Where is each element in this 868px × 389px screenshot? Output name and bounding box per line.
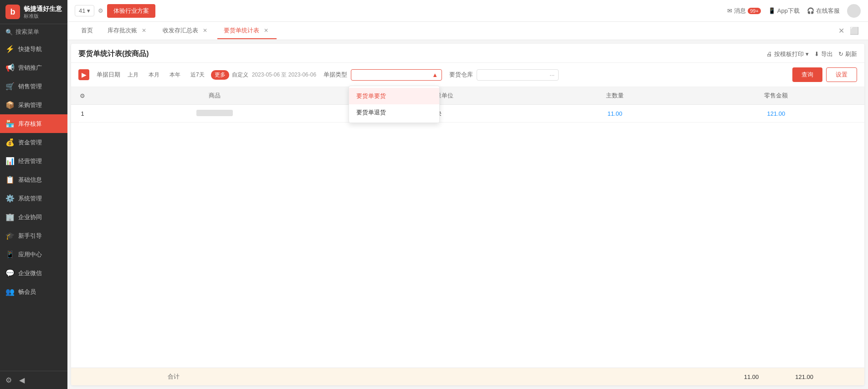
settings-icon[interactable]: ⚙ (98, 7, 103, 14)
sidebar-item-app-center[interactable]: 📱 应用中心 (0, 245, 67, 264)
sidebar-item-label: 企业微信 (18, 269, 42, 277)
curr-year-option[interactable]: 本年 (166, 70, 184, 80)
sidebar-item-operations[interactable]: 📊 经营管理 (0, 152, 67, 170)
message-icon: ✉ (727, 7, 732, 14)
sidebar-item-finance[interactable]: 💰 资金管理 (0, 133, 67, 152)
sidebar-item-label: 营销推广 (18, 64, 42, 72)
user-avatar[interactable] (847, 4, 861, 18)
table-area: ⚙ 商品 主计量单位 主数量 零售金额 1 块 (71, 87, 864, 368)
sidebar-item-label: 企业协同 (18, 213, 42, 221)
type-dropdown-menu: 要货单要货 要货单退货 (349, 86, 440, 123)
refresh-icon: ↻ (838, 51, 843, 57)
expand-tabs-icon[interactable]: ⬜ (848, 25, 861, 37)
row-product (94, 105, 335, 123)
filter-bar: ▶ 单据日期 上月 本月 本年 近7天 更多 自定义 2023-05-06 至 … (71, 63, 864, 87)
sidebar-item-purchase[interactable]: 📦 采购管理 (0, 96, 67, 114)
sidebar-item-label: 畅会员 (18, 288, 36, 296)
search-icon: 🔍 (5, 29, 13, 36)
sidebar: b 畅捷通好生意 标准版 🔍 搜索菜单 ⚡ 快捷导航 📢 营销推广 🛒 销售管理… (0, 0, 67, 389)
row-amount[interactable]: 121.00 (688, 105, 864, 123)
col-settings[interactable]: ⚙ (71, 87, 94, 105)
sidebar-item-basic[interactable]: 📋 基础信息 (0, 170, 67, 189)
tab-close-batch[interactable]: ✕ (140, 26, 148, 35)
sidebar-item-label: 应用中心 (18, 251, 42, 259)
app-download-button[interactable]: 📱 App下载 (768, 7, 800, 15)
type-filter-group: 单据类型 ▲ 要货单要货 要货单退货 (324, 69, 442, 81)
row-quantity[interactable]: 11.00 (542, 105, 688, 123)
sidebar-item-inventory[interactable]: 🏪 库存核算 (0, 114, 67, 133)
chevron-up-icon: ▲ (432, 72, 438, 78)
tab-receivable[interactable]: 收发存汇总表 ✕ (156, 23, 216, 39)
footer-label: 合计 (77, 373, 180, 381)
export-button[interactable]: ⬇ 导出 (814, 50, 833, 58)
footer-amount: 121.00 (795, 374, 813, 380)
sidebar-item-system[interactable]: ⚙️ 系统管理 (0, 189, 67, 208)
data-table: ⚙ 商品 主计量单位 主数量 零售金额 1 块 (71, 87, 864, 123)
custom-date-option[interactable]: 自定义 (232, 71, 248, 79)
collapse-sidebar-icon[interactable]: ◀ (19, 376, 25, 384)
row-index: 1 (71, 105, 94, 123)
dropdown-chevron-icon: ▾ (87, 7, 90, 14)
sidebar-item-members[interactable]: 👥 畅会员 (0, 282, 67, 301)
sidebar-logo: b 畅捷通好生意 标准版 (0, 0, 67, 24)
sidebar-item-label: 新手引导 (18, 232, 42, 240)
enterprise-icon: 🏢 (5, 213, 15, 221)
date-filter-group: 单据日期 上月 本月 本年 近7天 更多 自定义 2023-05-06 至 20… (97, 70, 316, 80)
basic-icon: 📋 (5, 175, 15, 184)
refresh-button[interactable]: ↻ 刷新 (838, 50, 857, 58)
members-icon: 👥 (5, 287, 15, 296)
warehouse-select[interactable]: ··· (477, 69, 559, 81)
export-icon: ⬇ (814, 51, 819, 57)
topbar: 41 ▾ ⚙ 体验行业方案 ✉ 消息 99+ 📱 App下载 🎧 在线客服 (67, 0, 868, 22)
type-select[interactable]: ▲ (351, 69, 442, 81)
app-center-icon: 📱 (5, 250, 15, 259)
print-template-button[interactable]: 🖨 按模板打印 ▾ (766, 50, 809, 58)
more-date-options[interactable]: 更多 (211, 70, 229, 80)
brand-name: 畅捷通好生意 (24, 5, 62, 13)
tab-close-receivable[interactable]: ✕ (201, 26, 209, 35)
tabs-bar: 首页 库存批次账 ✕ 收发存汇总表 ✕ 要货单统计表 ✕ ✕ ⬜ (67, 22, 868, 40)
brand-sub: 标准版 (24, 13, 62, 19)
warehouse-filter-group: 要货仓库 ··· (449, 69, 559, 81)
tab-home[interactable]: 首页 (75, 23, 99, 39)
tab-order-stats[interactable]: 要货单统计表 ✕ (217, 23, 277, 39)
store-selector[interactable]: 41 ▾ (75, 5, 94, 16)
table-footer: 合计 11.00 121.00 (71, 368, 864, 385)
message-badge: 99+ (748, 8, 761, 14)
footer-quantity: 11.00 (744, 374, 759, 380)
dropdown-item-order-return[interactable]: 要货单退货 (349, 104, 439, 121)
sidebar-item-label: 系统管理 (18, 194, 42, 203)
wechat-icon: 💬 (5, 269, 15, 277)
tab-batch[interactable]: 库存批次账 ✕ (101, 23, 154, 39)
sidebar-item-enterprise[interactable]: 🏢 企业协同 (0, 208, 67, 226)
messages-button[interactable]: ✉ 消息 99+ (727, 7, 761, 15)
settings-button[interactable]: 设置 (826, 67, 857, 82)
sidebar-item-label: 经营管理 (18, 157, 42, 165)
online-service-button[interactable]: 🎧 在线客服 (807, 7, 840, 15)
prev-month-option[interactable]: 上月 (124, 70, 142, 80)
quick-nav-icon: ⚡ (5, 45, 15, 53)
sidebar-item-label: 资金管理 (18, 138, 42, 147)
trial-button[interactable]: 体验行业方案 (107, 4, 155, 18)
headset-icon: 🎧 (807, 7, 814, 14)
more-options-icon: ··· (550, 72, 555, 78)
col-amount: 零售金额 (688, 87, 864, 105)
dropdown-item-order-goods[interactable]: 要货单要货 (349, 88, 439, 104)
system-icon: ⚙️ (5, 194, 15, 203)
last-7-days-option[interactable]: 近7天 (187, 70, 208, 80)
settings-footer-icon[interactable]: ⚙ (5, 376, 12, 384)
search-menu[interactable]: 🔍 搜索菜单 (0, 24, 67, 40)
query-button[interactable]: 查询 (792, 67, 822, 82)
sidebar-item-quick-nav[interactable]: ⚡ 快捷导航 (0, 40, 67, 58)
filter-expand-button[interactable]: ▶ (78, 69, 89, 80)
sidebar-item-marketing[interactable]: 📢 营销推广 (0, 58, 67, 77)
store-name: 41 (79, 7, 85, 14)
tab-close-order-stats[interactable]: ✕ (262, 26, 270, 35)
sidebar-item-guide[interactable]: 🎓 新手引导 (0, 226, 67, 245)
page-header: 要货单统计表(按商品) 🖨 按模板打印 ▾ ⬇ 导出 ↻ 刷新 (71, 44, 864, 63)
close-all-tabs-icon[interactable]: ✕ (837, 25, 846, 37)
sales-icon: 🛒 (5, 82, 15, 91)
curr-month-option[interactable]: 本月 (145, 70, 163, 80)
sidebar-item-sales[interactable]: 🛒 销售管理 (0, 77, 67, 96)
sidebar-item-wechat[interactable]: 💬 企业微信 (0, 264, 67, 282)
